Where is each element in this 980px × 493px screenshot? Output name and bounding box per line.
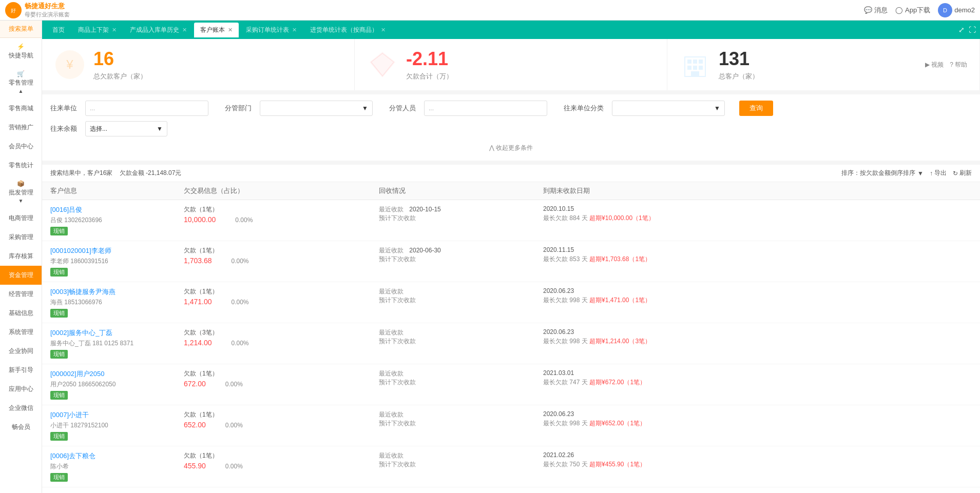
debt-amount-5[interactable]: 652.00: [184, 421, 206, 429]
debt-amount-6[interactable]: 455.90: [184, 462, 206, 470]
sidebar-item-quicknav[interactable]: ⚡ 快捷导航: [0, 38, 42, 65]
customer-tag-6: 现销: [50, 473, 68, 482]
sidebar-item-operation[interactable]: 经营管理: [0, 285, 42, 304]
sidebar-item-newbie[interactable]: 新手引导: [0, 361, 42, 380]
close-tab-product[interactable]: ✕: [112, 27, 117, 33]
debt-info-4: 欠款（1笔） 672.00 0.00%: [184, 369, 379, 388]
table-row: [0006]去下粮仓 陈小希 现销 欠款（1笔） 455.90 0.00% 最近…: [42, 446, 980, 487]
overdue-date-1: 2020.11.15: [543, 246, 972, 253]
sidebar-item-marketing[interactable]: 营销推广: [0, 118, 42, 137]
customer-name-2[interactable]: [0003]畅捷服务尹海燕: [50, 287, 184, 297]
recovery-date-4: 最近收款: [379, 369, 543, 378]
overdue-amount-3[interactable]: 超期¥1,214.00（3笔）: [589, 338, 651, 345]
sidebar-item-retail-stats[interactable]: 零售统计: [0, 156, 42, 175]
refresh-button[interactable]: ↻ 刷新: [953, 169, 972, 178]
export-button[interactable]: ↑ 导出: [930, 169, 947, 178]
table-area: 搜索结果中，客户16家 欠款金额 -21,148.07元 排序：按欠款金额倒序排…: [42, 165, 980, 493]
sidebar-item-appcenter[interactable]: 应用中心: [0, 380, 42, 399]
overdue-amount-2[interactable]: 超期¥1,471.00（1笔）: [589, 297, 651, 304]
overdue-amount-5[interactable]: 超期¥652.00（1笔）: [589, 420, 646, 427]
table-row: [0016]吕俊 吕俊 13026203696 现销 欠款（1笔） 10,000…: [42, 200, 980, 241]
debt-amount-0[interactable]: 10,000.00: [184, 215, 216, 224]
app-download-btn[interactable]: ◯ App下载: [895, 6, 930, 15]
sidebar-item-wechat[interactable]: 企业微信: [0, 399, 42, 418]
customer-contact-1: 李老师 18600391516: [50, 257, 184, 266]
top-right: 💬 消息 ◯ App下载 D demo2: [864, 3, 975, 17]
debt-amount-2[interactable]: 1,471.00: [184, 298, 212, 306]
tab-inventory-stats[interactable]: 进货单统计表（按商品） ✕: [304, 23, 392, 37]
query-button[interactable]: 查询: [739, 101, 773, 116]
sidebar-item-member2[interactable]: 畅会员: [0, 418, 42, 437]
customer-contact-2: 海燕 18513066976: [50, 298, 184, 307]
table-actions: 排序：按欠款金额倒序排序 ▼ ↑ 导出 ↻ 刷新: [841, 169, 972, 178]
chevron-down-icon-cat: ▼: [714, 105, 720, 112]
avatar-img: D: [938, 3, 952, 17]
overdue-amount-0[interactable]: 超期¥10,000.00（1笔）: [589, 214, 655, 222]
col-header-customer: 客户信息: [50, 186, 184, 195]
close-tab-purchase[interactable]: ✕: [292, 27, 297, 33]
tab-home[interactable]: 首页: [46, 23, 71, 37]
debt-amount-4[interactable]: 672.00: [184, 380, 206, 388]
message-btn[interactable]: 💬 消息: [864, 6, 888, 15]
customer-name-4[interactable]: [000002]用户2050: [50, 369, 184, 379]
overdue-amount-1[interactable]: 超期¥1,703.68（1笔）: [589, 255, 651, 263]
tab-customer-ledger[interactable]: 客户账本 ✕: [194, 23, 239, 37]
customer-name-0[interactable]: [0016]吕俊: [50, 205, 184, 214]
overdue-days-4: 最长欠款 747 天 超期¥672.00（1笔）: [543, 378, 972, 387]
sidebar-item-inventory[interactable]: 库存核算: [0, 247, 42, 266]
page-content: ¥ 16 总欠款客户（家） -2.11 欠款合计（万）: [42, 39, 980, 493]
message-icon: 💬: [864, 6, 872, 14]
tab-purchase-stats[interactable]: 采购订单统计表 ✕: [240, 23, 303, 37]
recovery-next-2: 预计下次收款: [379, 296, 543, 305]
tab-product-listing[interactable]: 商品上下架 ✕: [72, 23, 123, 37]
sidebar-item-purchase[interactable]: 采购管理: [0, 228, 42, 247]
sidebar-search[interactable]: 搜索菜单: [0, 21, 42, 38]
filter-select-category[interactable]: ▼: [612, 101, 725, 116]
recovery-info-2: 最近收款 预计下次收款: [379, 287, 543, 305]
sidebar-item-basic-info[interactable]: 基础信息: [0, 304, 42, 323]
sidebar-item-collaboration[interactable]: 企业协同: [0, 342, 42, 361]
sidebar-item-member[interactable]: 会员中心: [0, 137, 42, 156]
tab-production-history[interactable]: 产成品入库单历史 ✕: [124, 23, 193, 37]
debt-amount-1[interactable]: 1,703.68: [184, 257, 212, 265]
customer-name-3[interactable]: [0002]服务中心_丁磊: [50, 328, 184, 338]
sort-button[interactable]: 排序：按欠款金额倒序排序 ▼: [841, 169, 924, 178]
close-tab-customer[interactable]: ✕: [228, 27, 233, 33]
help-helper[interactable]: ? 帮助: [950, 61, 967, 69]
recovery-next-1: 预计下次收款: [379, 255, 543, 264]
customer-name-1[interactable]: [0001020001]李老师: [50, 246, 184, 255]
filter-input-person[interactable]: ...: [424, 101, 547, 116]
sidebar-item-finance[interactable]: 资金管理: [0, 266, 42, 285]
sidebar-item-ecommerce[interactable]: 电商管理: [0, 209, 42, 228]
collapse-row[interactable]: ⋀ 收起更多条件: [50, 142, 972, 154]
tab-expand-icon[interactable]: ⤢: [958, 26, 965, 34]
sidebar-item-retail-mall[interactable]: 零售商城: [0, 99, 42, 118]
tab-maximize-icon[interactable]: ⛶: [969, 26, 976, 34]
customer-name-5[interactable]: [0007]小进干: [50, 410, 184, 420]
sort-icon: ▼: [917, 170, 924, 177]
sidebar-item-retail-mgmt[interactable]: 🛒 零售管理 ▲: [0, 65, 42, 99]
sidebar-item-system[interactable]: 系统管理: [0, 323, 42, 342]
filter-input-unit[interactable]: ...: [85, 101, 208, 116]
overdue-info-2: 2020.06.23 最长欠款 998 天 超期¥1,471.00（1笔）: [543, 287, 972, 305]
stat-owed-customers-label: 总欠款客户（家）: [93, 72, 147, 81]
customer-name-6[interactable]: [0006]去下粮仓: [50, 451, 184, 461]
overdue-amount-6[interactable]: 超期¥455.90（1笔）: [589, 461, 646, 468]
sidebar-item-wholesale[interactable]: 📦 批发管理 ▼: [0, 175, 42, 209]
debt-title-3: 欠款（3笔）: [184, 328, 379, 337]
close-tab-production[interactable]: ✕: [182, 27, 187, 33]
filter-label-dept: 分管部门: [225, 104, 252, 113]
chevron-down-icon-bal: ▼: [157, 125, 163, 132]
close-tab-inventory[interactable]: ✕: [381, 27, 386, 33]
tabs-bar: 首页 商品上下架 ✕ 产成品入库单历史 ✕ 客户账本 ✕ 采购订单统计表 ✕ 进…: [42, 21, 980, 39]
recovery-info-5: 最近收款 预计下次收款: [379, 410, 543, 428]
debt-title-4: 欠款（1笔）: [184, 369, 379, 378]
user-avatar[interactable]: D demo2: [938, 3, 975, 17]
debt-amount-3[interactable]: 1,214.00: [184, 339, 212, 347]
filter-select-balance[interactable]: 选择... ▼: [85, 121, 167, 136]
filter-select-dept[interactable]: ▼: [260, 101, 373, 116]
svg-rect-11: [699, 60, 703, 64]
overdue-amount-4[interactable]: 超期¥672.00（1笔）: [589, 379, 646, 386]
video-helper[interactable]: ▶ 视频: [925, 61, 944, 69]
customer-contact-3: 服务中心_丁磊 181 0125 8371: [50, 339, 184, 348]
